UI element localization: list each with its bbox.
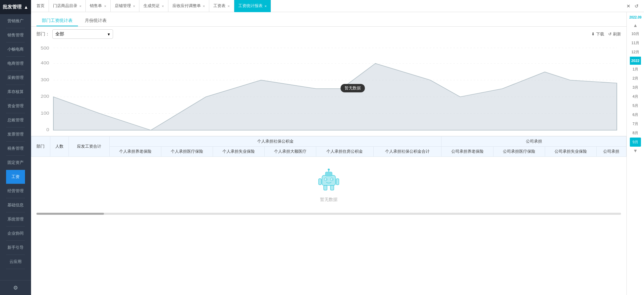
- sidebar-item-云应用[interactable]: 云应用: [6, 255, 25, 269]
- sidebar-item-发票管理[interactable]: 发票管理: [6, 127, 25, 142]
- svg-rect-22: [336, 179, 339, 185]
- svg-rect-21: [319, 179, 321, 185]
- svg-text:300: 300: [41, 77, 49, 82]
- toolbar-left: 部门： 全部 ▾: [36, 29, 113, 39]
- refresh-label: 刷新: [613, 31, 621, 37]
- chevron-down-icon: ▾: [108, 32, 110, 37]
- sidebar-item-小畅电商[interactable]: 小畅电商: [6, 42, 25, 57]
- date-item-6月[interactable]: 6月: [630, 110, 641, 119]
- sidebar-item-工资[interactable]: 工资: [6, 170, 25, 184]
- sub-tab-bar: 部门工资统计表月份统计表: [31, 12, 626, 27]
- tab-label: 门店商品目录: [53, 3, 77, 9]
- sidebar-item-资金管理[interactable]: 资金管理: [6, 99, 25, 113]
- sidebar-item-税务管理[interactable]: 税务管理: [6, 142, 25, 156]
- sidebar-item-电商管理[interactable]: 电商管理: [6, 57, 25, 71]
- date-item-8月[interactable]: 8月: [630, 128, 641, 138]
- svg-rect-23: [324, 185, 327, 190]
- tab-close-icon[interactable]: ×: [133, 4, 135, 8]
- col-company-unemployment: 公司承担失业保险: [545, 147, 596, 157]
- sidebar-item-销售管理[interactable]: 销售管理: [6, 28, 25, 42]
- toolbar-right: ⬇ 下载 ↺ 刷新: [591, 31, 621, 37]
- tab-bar: 首页门店商品目录×销售单×店铺管理×生成凭证×应收应付调整单×工资表×工资统计报…: [31, 0, 644, 12]
- tab-销售单[interactable]: 销售单×: [86, 0, 110, 12]
- chart-area: 0 100 200 300 400 500 暂: [31, 41, 626, 136]
- tab-工资统计报表[interactable]: 工资统计报表×: [234, 0, 271, 12]
- tab-生成凭证[interactable]: 生成凭证×: [139, 0, 168, 12]
- sidebar-item-营销推广[interactable]: 营销推广: [6, 14, 25, 28]
- svg-text:100: 100: [41, 111, 49, 116]
- tab-门店商品目录[interactable]: 门店商品目录×: [49, 0, 86, 12]
- tab-close-icon[interactable]: ×: [162, 4, 164, 8]
- tab-close-icon[interactable]: ×: [104, 4, 106, 8]
- sidebar-item-总账管理[interactable]: 总账管理: [6, 113, 25, 127]
- sidebar-item-经营管理[interactable]: 经营管理: [6, 184, 25, 198]
- tab-应收应付调整单[interactable]: 应收应付调整单×: [168, 0, 209, 12]
- col-total-wage: 应发工资合计: [69, 137, 110, 157]
- sidebar-item-新手引导[interactable]: 新手引导: [6, 241, 25, 255]
- col-group-personal: 个人承担社保公积金: [109, 137, 441, 147]
- sidebar-item-库存核算[interactable]: 库存核算: [6, 85, 25, 99]
- tab-close-icon[interactable]: ×: [265, 4, 267, 8]
- date-item-4月[interactable]: 4月: [630, 92, 641, 101]
- svg-rect-14: [325, 172, 332, 176]
- download-button[interactable]: ⬇ 下载: [591, 31, 604, 37]
- date-display: 2022.09: [627, 13, 644, 21]
- date-down-nav[interactable]: ▼: [627, 147, 644, 155]
- horizontal-scrollbar[interactable]: [36, 213, 621, 215]
- date-item-9月[interactable]: 9月: [630, 138, 641, 147]
- refresh-tabs-button[interactable]: ↺: [633, 3, 640, 9]
- date-up-nav[interactable]: ▲: [627, 21, 644, 29]
- page-panel: 部门工资统计表月份统计表 部门： 全部 ▾ ⬇ 下载: [31, 12, 626, 295]
- department-value: 全部: [55, 31, 64, 37]
- svg-text:0: 0: [46, 127, 49, 132]
- sidebar-settings[interactable]: ⚙: [0, 280, 31, 295]
- date-item-2月[interactable]: 2月: [630, 74, 641, 83]
- tab-首页[interactable]: 首页: [32, 0, 49, 12]
- sidebar-header[interactable]: 批发管理 ▲: [0, 0, 31, 14]
- tab-label: 店铺管理: [115, 3, 131, 9]
- svg-text:200: 200: [41, 94, 49, 99]
- tab-label: 应收应付调整单: [172, 3, 201, 9]
- content-area: 部门工资统计表月份统计表 部门： 全部 ▾ ⬇ 下载: [31, 12, 644, 295]
- tab-工资表[interactable]: 工资表×: [209, 0, 234, 12]
- chart-svg: 0 100 200 300 400 500: [36, 44, 621, 133]
- date-item-2022[interactable]: 2022: [630, 57, 641, 65]
- tab-label: 生成凭证: [143, 3, 160, 9]
- sub-tab-月份统计表[interactable]: 月份统计表: [79, 16, 112, 26]
- sidebar-collapse-icon: ▲: [24, 4, 28, 10]
- sidebar: 批发管理 ▲ 营销推广销售管理小畅电商电商管理采购管理库存核算资金管理总账管理发…: [0, 0, 31, 295]
- date-item-7月[interactable]: 7月: [630, 119, 641, 128]
- col-personal-unemployment: 个人承担失业保险: [213, 147, 264, 157]
- sidebar-item-采购管理[interactable]: 采购管理: [6, 71, 25, 85]
- col-company-pension: 公司承担养老保险: [441, 147, 493, 157]
- svg-point-20: [332, 179, 333, 180]
- date-item-1月[interactable]: 1月: [630, 65, 641, 74]
- col-personal-medical: 个人承担医疗保险: [161, 147, 213, 157]
- sidebar-item-系统管理[interactable]: 系统管理: [6, 212, 25, 227]
- sidebar-title: 批发管理: [3, 4, 22, 10]
- scrollbar-thumb[interactable]: [36, 213, 104, 215]
- col-personal-housing: 个人承担住房公积金: [316, 147, 373, 157]
- stats-table: 部门 人数 应发工资合计 个人承担社保公积金 公司承担 个人承担养老保险 个人承…: [31, 136, 626, 213]
- sidebar-item-固定资产[interactable]: 固定资产: [6, 156, 25, 170]
- tab-close-icon[interactable]: ×: [227, 4, 230, 8]
- date-panel: 2022.09 ▲ 10月11月12月20221月2月3月4月5月6月7月8月9…: [626, 12, 644, 295]
- tab-close-icon[interactable]: ×: [79, 4, 81, 8]
- date-item-3月[interactable]: 3月: [630, 83, 641, 92]
- tab-店铺管理[interactable]: 店铺管理×: [111, 0, 139, 12]
- close-all-button[interactable]: ✕: [625, 3, 632, 9]
- gear-icon: ⚙: [13, 285, 18, 291]
- date-item-10月[interactable]: 10月: [630, 29, 641, 38]
- sub-tab-部门工资统计表[interactable]: 部门工资统计表: [36, 16, 78, 26]
- sidebar-item-基础信息[interactable]: 基础信息: [6, 198, 25, 212]
- date-item-12月[interactable]: 12月: [630, 48, 641, 57]
- refresh-icon: ↺: [608, 32, 612, 36]
- date-item-5月[interactable]: 5月: [630, 101, 641, 110]
- department-select[interactable]: 全部 ▾: [52, 29, 113, 39]
- refresh-button[interactable]: ↺ 刷新: [608, 31, 621, 37]
- date-item-11月[interactable]: 11月: [630, 38, 641, 48]
- table-area[interactable]: 部门 人数 应发工资合计 个人承担社保公积金 公司承担 个人承担养老保险 个人承…: [31, 136, 626, 295]
- sidebar-item-企业协同[interactable]: 企业协同: [6, 227, 25, 241]
- tab-close-icon[interactable]: ×: [203, 4, 205, 8]
- col-count: 人数: [50, 137, 69, 157]
